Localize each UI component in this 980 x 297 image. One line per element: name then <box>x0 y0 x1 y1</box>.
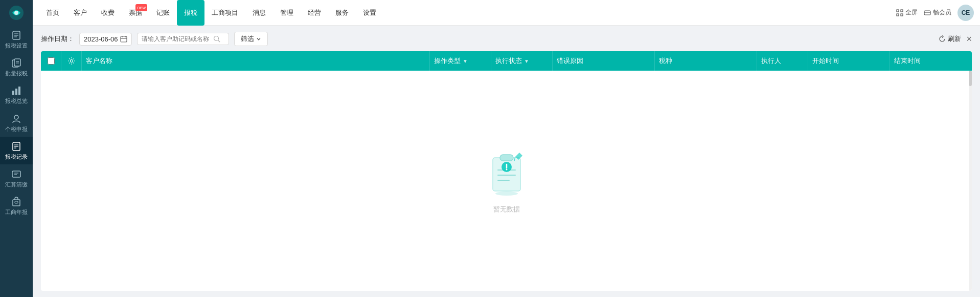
settings-icon <box>67 57 76 65</box>
svg-point-13 <box>14 115 18 119</box>
topnav: 首页 客户 收费 票据 new 记账 报税 工商项目 消息 管理 经营 <box>33 0 980 26</box>
th-exec-status: 执行状态 ▼ <box>491 51 553 71</box>
date-value: 2023-06-06 <box>84 35 118 43</box>
nav-shouye[interactable]: 首页 <box>39 0 66 26</box>
avatar[interactable]: CE <box>958 5 974 21</box>
topnav-right: 全屏 畅会员 CE <box>896 5 974 21</box>
filter-button[interactable]: 筛选 <box>234 32 268 46</box>
sidebar-item-piliang-baoshui[interactable]: 批量报税 <box>0 53 33 81</box>
table-header: 客户名称 操作类型 ▼ 执行状态 ▼ 错误原因 税种 执行人 <box>41 51 972 71</box>
sidebar-item-huisuan-jiaona[interactable]: 汇算清缴 <box>0 164 33 192</box>
new-badge: new <box>135 4 147 11</box>
main-area: 首页 客户 收费 票据 new 记账 报税 工商项目 消息 管理 经营 <box>33 0 980 297</box>
svg-rect-29 <box>121 36 127 42</box>
fullscreen-button[interactable]: 全屏 <box>896 8 918 17</box>
sidebar-item-gesui-shenbao-label: 个税申报 <box>5 126 28 133</box>
svg-rect-24 <box>901 10 903 12</box>
svg-rect-10 <box>12 91 14 95</box>
th-error-reason: 错误原因 <box>553 51 655 71</box>
svg-point-45 <box>495 192 518 196</box>
th-settings[interactable] <box>61 51 82 71</box>
table-body: 暂无数据 <box>41 71 972 291</box>
member-button[interactable]: 畅会员 <box>924 8 951 17</box>
sidebar-item-gesui-shenbao[interactable]: 个税申报 <box>0 109 33 137</box>
avatar-text: CE <box>962 9 970 16</box>
nav-gongshang-xiangmu[interactable]: 工商项目 <box>204 0 245 26</box>
svg-rect-25 <box>897 14 899 16</box>
svg-rect-7 <box>14 59 20 66</box>
svg-rect-21 <box>13 200 20 206</box>
sidebar-logo <box>0 0 33 26</box>
th-checkbox[interactable] <box>41 51 61 71</box>
empty-state-illustration <box>484 147 530 199</box>
nav-baoshui[interactable]: 报税 <box>177 0 204 26</box>
search-icon <box>213 35 220 43</box>
svg-rect-12 <box>18 87 20 95</box>
nav-kehu[interactable]: 客户 <box>66 0 94 26</box>
chevron-down-icon <box>256 36 261 41</box>
th-executor: 执行人 <box>757 51 808 71</box>
nav-xiaoxi[interactable]: 消息 <box>245 0 273 26</box>
nav-jingying[interactable]: 经营 <box>301 0 328 26</box>
search-wrap[interactable] <box>137 33 229 45</box>
svg-rect-37 <box>500 155 513 161</box>
toolbar: 操作日期： 2023-06-06 筛选 <box>41 32 972 46</box>
baoshui-zongjian-icon <box>11 85 22 96</box>
gesui-shenbao-icon <box>11 113 22 124</box>
sidebar-item-gongshang-nianbao-label: 工商年报 <box>5 209 28 216</box>
baoshui-shezhi-icon <box>11 30 22 41</box>
exec-status-sort-icon: ▼ <box>524 58 529 64</box>
svg-rect-27 <box>924 11 930 15</box>
th-op-type: 操作类型 ▼ <box>430 51 491 71</box>
nav-zhang[interactable]: 记账 <box>149 0 177 26</box>
calendar-icon <box>120 35 127 43</box>
search-input[interactable] <box>142 35 213 43</box>
nav-fuwu[interactable]: 服务 <box>328 0 356 26</box>
refresh-icon <box>939 35 946 43</box>
svg-point-1 <box>14 11 18 15</box>
refresh-label: 刷新 <box>948 34 961 44</box>
fullscreen-label: 全屏 <box>905 8 918 17</box>
svg-rect-22 <box>15 201 18 203</box>
th-tax-type: 税种 <box>655 51 757 71</box>
empty-illustration: 暂无数据 <box>484 147 530 214</box>
svg-rect-26 <box>901 14 903 16</box>
sidebar-item-baoshui-zongjian[interactable]: 报税总览 <box>0 81 33 109</box>
member-icon <box>924 9 931 16</box>
nav-piaoju[interactable]: 票据 new <box>122 0 149 26</box>
huisuan-jiaona-icon <box>11 168 22 180</box>
gongshang-nianbao-icon <box>11 196 22 207</box>
select-all-checkbox[interactable] <box>48 57 55 65</box>
sidebar-item-baoshui-zongjian-label: 报税总览 <box>5 98 28 104</box>
sidebar-item-piliang-baoshui-label: 批量报税 <box>5 70 28 77</box>
sidebar-item-baoshui-jilu[interactable]: 报税记录 <box>0 137 33 164</box>
close-button[interactable]: × <box>966 34 972 44</box>
svg-point-35 <box>70 60 73 62</box>
date-picker[interactable]: 2023-06-06 <box>79 33 132 46</box>
nav-shoufei[interactable]: 收费 <box>94 0 122 26</box>
date-label: 操作日期： <box>41 34 74 44</box>
sidebar-item-gongshang-nianbao[interactable]: 工商年报 <box>0 192 33 220</box>
op-type-sort-icon: ▼ <box>463 58 468 64</box>
piliang-baoshui-icon <box>11 57 22 69</box>
th-end-time: 结束时间 <box>890 51 972 71</box>
svg-line-34 <box>218 40 220 43</box>
sidebar-item-baoshui-shezhi-label: 报税设置 <box>5 43 28 49</box>
empty-text: 暂无数据 <box>493 205 520 214</box>
member-label: 畅会员 <box>933 8 951 17</box>
fullscreen-icon <box>896 9 903 16</box>
nav-shezhi[interactable]: 设置 <box>356 0 383 26</box>
scrollbar-y[interactable] <box>969 71 972 291</box>
svg-point-43 <box>506 169 507 171</box>
svg-point-33 <box>214 36 218 41</box>
svg-rect-23 <box>897 10 899 12</box>
th-client-name: 客户名称 <box>82 51 430 71</box>
close-icon: × <box>966 34 972 44</box>
svg-rect-11 <box>15 89 17 95</box>
nav-guanli[interactable]: 管理 <box>273 0 301 26</box>
filter-label: 筛选 <box>241 34 254 44</box>
scrollbar-thumb <box>969 71 972 86</box>
svg-rect-18 <box>12 171 20 177</box>
refresh-button[interactable]: 刷新 <box>939 34 961 44</box>
sidebar-item-baoshui-shezhi[interactable]: 报税设置 <box>0 26 33 53</box>
